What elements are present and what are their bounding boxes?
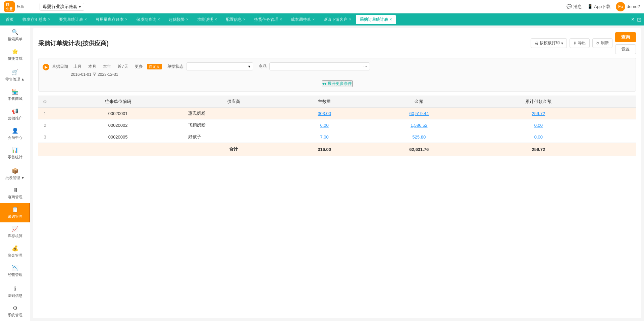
tab-goods-summary-close[interactable]: × [85, 17, 87, 22]
sidebar-item-quick-nav[interactable]: ⭐ 快捷导航 [0, 45, 30, 64]
app-download-button[interactable]: 📱 App下载 [587, 4, 610, 10]
workspace-chevron: ▾ [79, 4, 81, 9]
sidebar-item-sys-mgmt[interactable]: ⚙ 系统管理 [0, 302, 30, 321]
row-quantity[interactable]: 6.00 [283, 119, 366, 131]
sidebar-item-retail-shop[interactable]: 🏪 零售商城 [0, 85, 30, 105]
tab-purchase-summary-close[interactable]: × [389, 17, 392, 22]
sys-mgmt-icon: ⚙ [13, 305, 17, 311]
row-amount[interactable]: 525.80 [366, 131, 472, 143]
tab-invite-downstream[interactable]: 邀请下游客户 × [319, 15, 355, 24]
gear-icon[interactable]: ⚙ [43, 99, 47, 104]
tab-overstock-alert[interactable]: 超储预警 × [165, 15, 193, 24]
sidebar-item-fund-mgmt[interactable]: 💰 资金管理 [0, 242, 30, 261]
sidebar-ecommerce-label: 电商管理 [8, 195, 22, 200]
tab-expiry-query-close[interactable]: × [158, 17, 160, 22]
sidebar-item-stock-check[interactable]: 📈 库存核算 [0, 222, 30, 242]
row-paid[interactable]: 0.00 [472, 119, 605, 131]
tab-invite-downstream-close[interactable]: × [349, 17, 351, 22]
search-icon: 🔍 [12, 29, 18, 35]
user-menu[interactable]: Ea demo2 [616, 2, 640, 11]
row-paid[interactable]: 259.72 [472, 108, 605, 119]
sidebar-item-member-center[interactable]: 👤 会员中心 [0, 124, 30, 144]
tab-available-stock[interactable]: 可用量库存账本 × [92, 15, 131, 24]
row-paid[interactable]: 0.00 [472, 131, 605, 143]
tab-function-desc[interactable]: 功能说明 × [193, 15, 221, 24]
sidebar-item-basic-info[interactable]: ℹ 基础信息 [0, 282, 30, 302]
export-button[interactable]: ⬇ 导出 [570, 38, 590, 48]
goods-input[interactable]: ··· [269, 62, 370, 70]
tab-pick-task[interactable]: 拣货任务管理 × [250, 15, 286, 24]
tab-receipt-summary[interactable]: 收发存汇总表 × [18, 15, 54, 24]
tab-overstock-alert-close[interactable]: × [186, 17, 189, 22]
fund-mgmt-icon: 💰 [12, 245, 18, 252]
print-button[interactable]: 🖨 按模板打印 ▾ [531, 38, 567, 48]
date-range-display: 2016-01-01 至 2023-12-31 [71, 72, 118, 77]
tab-pick-task-label: 拣货任务管理 [254, 17, 278, 22]
row-amount[interactable]: 60,519.44 [366, 108, 472, 119]
status-select[interactable]: ▾ [186, 62, 253, 70]
table-header-checkbox: ⚙ [38, 96, 52, 108]
tab-receipt-summary-label: 收发存汇总表 [22, 17, 47, 22]
settings-button[interactable]: 设置 [615, 44, 636, 54]
tab-goods-summary[interactable]: 要货单统计表 × [55, 15, 91, 24]
sidebar-item-purchase-mgmt[interactable]: 📋 采购管理 [0, 203, 30, 222]
refresh-button[interactable]: ↻ 刷新 [592, 38, 612, 48]
sidebar-wholesale-mgmt-label: 批发管理 ▼ [5, 175, 25, 180]
member-center-icon: 👤 [12, 127, 18, 134]
table-header-quantity: 主数量 [283, 96, 366, 108]
expand-conditions-button[interactable]: ▾▾ 展开更多条件 [322, 80, 353, 87]
message-icon: 💬 [567, 4, 572, 9]
tab-cost-adjust-close[interactable]: × [312, 17, 315, 22]
row-empty [605, 131, 636, 143]
filter-bar: ▶ 单据日期 上月 本月 本年 近7天 更多 [38, 58, 636, 92]
logo-icon: 好生意 [4, 1, 15, 12]
tab-receipt-summary-close[interactable]: × [48, 17, 50, 22]
row-amount[interactable]: 1,586.52 [366, 119, 472, 131]
filter-collapse-button[interactable]: ▶ [43, 64, 49, 70]
tab-goods-summary-label: 要货单统计表 [59, 17, 83, 22]
query-button[interactable]: 查询 [615, 32, 636, 42]
sidebar-item-search[interactable]: 🔍 搜索菜单 [0, 25, 30, 45]
row-quantity[interactable]: 303.00 [283, 108, 366, 119]
sidebar-item-marketing[interactable]: 📢 营销推广 [0, 105, 30, 124]
sidebar-item-retail-stats[interactable]: 📊 零售统计 [0, 144, 30, 163]
tab-config-info[interactable]: 配置信息 × [222, 15, 250, 24]
footer-amount: 62,631.76 [366, 143, 472, 156]
expand-label: 展开更多条件 [328, 81, 352, 87]
sidebar-item-ops-mgmt[interactable]: 📉 经营管理 [0, 261, 30, 281]
footer-empty-1 [38, 143, 52, 156]
tab-purchase-summary[interactable]: 采购订单统计表 × [356, 15, 396, 24]
row-code: 00020001 [52, 108, 184, 119]
tab-cost-adjust[interactable]: 成本调整单 × [287, 15, 319, 24]
date-btn-7days[interactable]: 近7天 [115, 63, 131, 70]
date-btn-this-year[interactable]: 本年 [100, 63, 114, 70]
tab-available-stock-close[interactable]: × [125, 17, 127, 22]
sidebar-stock-check-label: 库存核算 [8, 233, 22, 238]
purchase-mgmt-icon: 📋 [12, 206, 18, 213]
sidebar-purchase-mgmt-label: 采购管理 [8, 214, 22, 219]
tab-config-info-close[interactable]: × [243, 17, 246, 22]
tab-expiry-query[interactable]: 保质期查询 × [132, 15, 164, 24]
sidebar-item-ecommerce[interactable]: 🖥 电商管理 [0, 184, 30, 203]
tab-bar: 首页 收发存汇总表 × 要货单统计表 × 可用量库存账本 × 保质期查询 × 超… [0, 13, 644, 25]
row-index: 3 [38, 131, 52, 143]
sidebar-item-retail-mgmt[interactable]: 🛒 零售管理 ▲ [0, 66, 30, 85]
sidebar-item-wholesale-mgmt[interactable]: 📦 批发管理 ▼ [0, 164, 30, 184]
tab-function-desc-close[interactable]: × [215, 17, 217, 22]
date-filter-label: 单据日期 [52, 64, 68, 69]
tab-maximize-button[interactable]: ⊡ [637, 16, 641, 23]
date-btn-last-month[interactable]: 上月 [71, 63, 84, 70]
workspace-selector[interactable]: 母婴行业演示账套 ▾ [40, 3, 84, 11]
tab-pick-task-close[interactable]: × [280, 17, 282, 22]
row-quantity[interactable]: 7.00 [283, 131, 366, 143]
date-btn-more[interactable]: 更多 [132, 63, 146, 70]
workspace-label: 母婴行业演示账套 [43, 4, 77, 10]
tab-close-all-button[interactable]: × [631, 16, 634, 22]
row-index: 1 [38, 108, 52, 119]
tab-home-label: 首页 [6, 17, 14, 22]
tab-config-info-label: 配置信息 [226, 17, 242, 22]
message-button[interactable]: 💬 消息 [567, 4, 582, 10]
tab-home[interactable]: 首页 [2, 15, 18, 24]
row-empty [605, 108, 636, 119]
date-btn-this-month[interactable]: 本月 [86, 63, 99, 70]
